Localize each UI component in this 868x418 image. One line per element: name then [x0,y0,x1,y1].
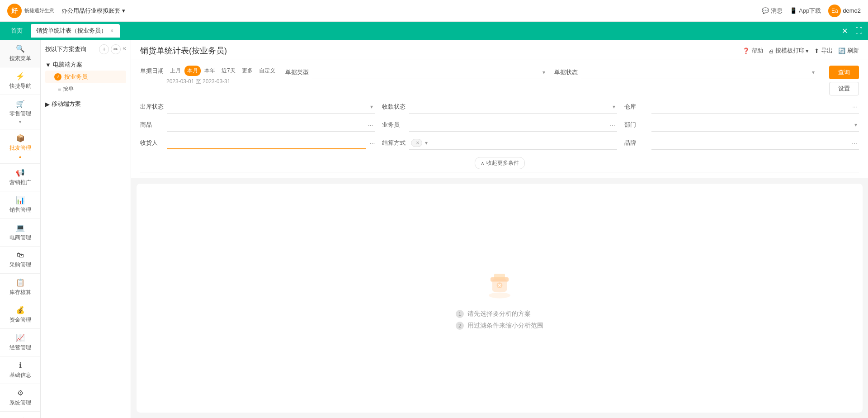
empty-illustration [481,266,518,303]
app-logo: 好 [7,4,22,18]
top-right: 💬 消息 📱 App下载 Ea demo2 [762,5,861,17]
query-button[interactable]: 查询 [829,66,859,79]
scheme-sub-item-order[interactable]: ≡ 按单 [45,83,126,95]
receiver-dots[interactable]: ··· [370,139,375,147]
scheme-label: 按业务员 [64,73,88,81]
workspace-arrow: ▾ [122,7,125,14]
ecommerce-icon: 💻 [16,223,25,232]
sidebar-item-wholesale[interactable]: 📦 批发管理 ▴ [0,129,40,164]
doc-status-select[interactable]: ▾ [581,66,816,79]
filter-panel-header: 按以下方案查询 + ✏ « [45,44,126,54]
sidebar-item-sales[interactable]: 📊 销售管理 [0,191,40,219]
tab-active[interactable]: 销货单统计表（按业务员） × [31,24,120,38]
expand-arrow: ▾ [19,119,21,124]
scheme-item-salesperson[interactable]: √ 按业务员 [45,71,126,83]
operations-icon: 📈 [16,333,25,342]
print-dropdown-arrow: ▾ [806,48,809,54]
salesperson-select[interactable]: ··· [409,118,617,132]
date-tabs: 上月 本月 本年 近7天 更多 自定义 [167,66,278,76]
sidebar-item-corp[interactable]: 🤝 企业协同 [0,412,40,418]
window-expand-icon[interactable]: ⛶ [854,25,864,36]
page-title-bar: 销货单统计表(按业务员) ❓ 帮助 🖨 按模板打印 ▾ ⬆ 导出 [131,40,868,60]
workspace-selector[interactable]: 办公用品行业模拟账套 ▾ [58,5,129,17]
mobile-scheme-toggle[interactable]: ▶ 移动端方案 [45,98,126,110]
dept-select[interactable]: ▾ [651,118,859,132]
collapse-icon: ∧ [481,160,485,166]
collapse-panel-button[interactable]: « [123,44,126,54]
pc-scheme-arrow: ▼ [45,62,51,68]
sidebar-item-retail[interactable]: 🛒 零售管理 ▾ [0,95,40,129]
date-label: 单据日期 [140,67,164,75]
add-scheme-button[interactable]: + [99,44,109,54]
sidebar-item-marketing[interactable]: 📢 营销推广 [0,164,40,191]
goods-select[interactable]: ··· [167,118,375,132]
warehouse-dots[interactable]: ··· [852,103,857,110]
date-tab-this-month[interactable]: 本月 [184,66,201,76]
user-area[interactable]: Ea demo2 [828,5,861,17]
sales-icon: 📊 [16,196,25,204]
brand-dots[interactable]: ··· [852,139,857,147]
doc-type-select[interactable]: ▾ [312,66,547,79]
app-download-button[interactable]: 📱 App下载 [790,7,821,15]
date-tab-custom[interactable]: 自定义 [256,66,278,76]
empty-hints: 1 请先选择要分析的方案 2 用过滤条件来缩小分析范围 [456,310,543,330]
settlement-select[interactable]: × ▾ [409,136,617,150]
date-tab-last-month[interactable]: 上月 [167,66,184,76]
tab-close-button[interactable]: × [109,27,114,35]
sidebar-item-search-menu[interactable]: 🔍 搜索菜单 [0,40,40,67]
hint-text-2: 用过滤条件来缩小分析范围 [467,322,543,330]
help-button[interactable]: ❓ 帮助 [742,47,763,55]
out-status-arrow: ▾ [370,104,373,110]
goods-field: 商品 ··· [140,118,375,132]
collapse-label: 收起更多条件 [486,159,519,167]
sidebar-item-inventory[interactable]: 📋 库存核算 [0,274,40,301]
pc-scheme-category[interactable]: ▼ 电脑端方案 [45,59,126,71]
sidebar-item-basic[interactable]: ℹ 基础信息 [0,356,40,384]
sidebar-item-ecommerce[interactable]: 💻 电商管理 [0,219,40,247]
template-print-button[interactable]: 🖨 按模板打印 ▾ [769,47,809,55]
out-status-label: 出库状态 [140,103,164,111]
window-close-icon[interactable]: ✕ [839,25,850,36]
main-area: 🔍 搜索菜单 ⚡ 快捷导航 🛒 零售管理 ▾ 📦 批发管理 ▴ 📢 营销推广 📊… [0,40,868,418]
finance-icon: 💰 [16,306,25,314]
sidebar-item-purchase[interactable]: 🛍 采购管理 [0,247,40,274]
mobile-scheme-arrow: ▶ [45,101,50,108]
sidebar-item-system[interactable]: ⚙ 系统管理 [0,384,40,412]
goods-dots[interactable]: ··· [368,121,373,128]
message-button[interactable]: 💬 消息 [762,7,783,15]
receiver-input[interactable] [167,137,366,149]
workspace-name: 办公用品行业模拟账套 [61,7,120,15]
dept-arrow: ▾ [854,122,857,128]
out-status-select[interactable]: ▾ [167,100,375,114]
date-tab-7days[interactable]: 近7天 [219,66,238,76]
payment-status-select[interactable]: ▾ [409,100,617,114]
hint-num-1: 1 [456,310,464,318]
salesperson-dots[interactable]: ··· [610,121,615,128]
sidebar-item-operations[interactable]: 📈 经营管理 [0,329,40,356]
pc-scheme-label: 电脑端方案 [53,61,82,69]
tab-home[interactable]: 首页 [4,24,30,38]
warehouse-label: 仓库 [624,103,648,111]
export-button[interactable]: ⬆ 导出 [814,47,833,55]
brand-select[interactable]: ··· [651,136,859,150]
date-tab-this-year[interactable]: 本年 [202,66,218,76]
warehouse-select[interactable]: ··· [651,100,859,114]
dept-label: 部门 [624,121,648,129]
settings-button[interactable]: 设置 [829,82,859,95]
expand-arrow: ▴ [19,154,21,159]
sidebar-item-quick-nav[interactable]: ⚡ 快捷导航 [0,67,40,95]
collapse-conditions-button[interactable]: ∧ 收起更多条件 [475,157,525,169]
doc-status-label: 单据状态 [554,68,578,76]
settlement-arrow: ▾ [425,140,428,146]
query-actions: 查询 设置 [829,66,859,95]
edit-scheme-button[interactable]: ✏ [111,44,121,54]
settlement-clear-button[interactable]: × [416,140,419,146]
app-icon: 📱 [790,7,797,14]
collapse-bar: ∧ 收起更多条件 [140,154,859,172]
avatar: Ea [828,5,841,17]
out-status-field: 出库状态 ▾ [140,100,375,114]
refresh-button[interactable]: 🔄 刷新 [838,47,859,55]
doc-type-field: 单据类型 ▾ [285,66,547,79]
date-tab-more[interactable]: 更多 [239,66,255,76]
sidebar-item-finance[interactable]: 💰 资金管理 [0,301,40,329]
